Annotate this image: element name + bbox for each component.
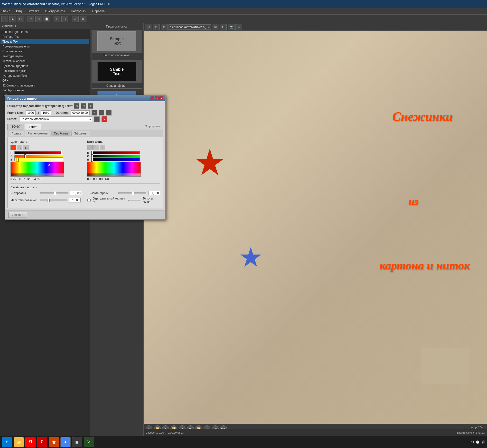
vg-frame-w[interactable]: 1920: [26, 110, 36, 115]
vg-minimize-btn[interactable]: _: [150, 96, 154, 100]
text-slider-b-thumb[interactable]: [17, 158, 19, 162]
toolbar-paste[interactable]: 📋: [43, 16, 50, 22]
vg-close-btn[interactable]: ✕: [159, 96, 163, 100]
preset-item-default[interactable]: SampleText Текст по умолчанию: [92, 30, 142, 58]
vg-subtab-effects[interactable]: Эффекты: [71, 131, 90, 136]
animate-button[interactable]: Animate: [8, 212, 27, 218]
vg-subtab-layout[interactable]: Расположение: [25, 131, 50, 136]
taskbar-vegas[interactable]: V: [84, 437, 94, 447]
lineheight-thumb[interactable]: [132, 192, 134, 195]
interval-val[interactable]: 1,000: [70, 191, 82, 195]
vg-icon-btn1[interactable]: ⊙: [74, 103, 79, 109]
text-slider-g[interactable]: [14, 155, 63, 158]
plugin-noise[interactable]: Текстура шума: [0, 54, 89, 59]
menu-tools[interactable]: Инструменты: [44, 9, 66, 13]
preview-toolbar-btn3[interactable]: ⊙: [161, 24, 168, 30]
vg-icon-btn3[interactable]: ⊞: [88, 103, 93, 109]
vg-preset-select[interactable]: Текст по умолчанию: [19, 116, 92, 122]
preview-tb-4[interactable]: ⊞: [212, 24, 219, 30]
vg-icon-a[interactable]: [99, 110, 104, 115]
preview-toolbar-btn2[interactable]: □: [153, 24, 160, 30]
toolbar-copy[interactable]: ⎘: [35, 16, 42, 22]
plugins-list[interactable]: HitFilm Light Flares ProType Titler Titl…: [0, 29, 90, 448]
taskbar-volume[interactable]: 🔊: [481, 440, 485, 444]
text-slider-g-thumb[interactable]: [24, 154, 26, 158]
scale-slider[interactable]: [40, 200, 67, 201]
plugin-scroll[interactable]: Прокручиваемые ти: [0, 44, 89, 49]
preset-item-solid[interactable]: SampleText Сплошной фон: [92, 60, 142, 89]
taskbar-flower[interactable]: ❀: [49, 437, 59, 447]
menu-help[interactable]: Справка: [91, 9, 106, 13]
preview-tb-5[interactable]: ⊟: [220, 24, 227, 30]
text-color-swap[interactable]: ⇅: [23, 145, 28, 150]
lineheight-slider[interactable]: [118, 192, 146, 194]
plugin-chess[interactable]: Шахматная доска: [0, 68, 89, 73]
render-mode-select[interactable]: Черновое (автоматически): [169, 24, 211, 30]
vg-frame-h[interactable]: 1080: [41, 110, 51, 115]
plugin-gradient[interactable]: Цветовой градиент: [0, 64, 89, 68]
preview-toolbar-btn1[interactable]: ◁: [145, 24, 152, 30]
vg-maximize-btn[interactable]: □: [155, 96, 159, 100]
preview-tb-7[interactable]: 🖥: [235, 24, 242, 30]
plugin-gpu[interactable]: GPU-ускорение: [0, 88, 89, 93]
vg-icon-btn2[interactable]: ⊟: [81, 103, 86, 109]
plugin-solid-color[interactable]: Сплошной цвет: [0, 49, 89, 54]
scale-val[interactable]: 1,000: [69, 198, 81, 202]
vg-subtab-props[interactable]: Свойства: [51, 131, 70, 136]
kerning-val[interactable]: [128, 200, 140, 201]
preview-tb-6[interactable]: 📷: [228, 24, 234, 30]
menu-insert[interactable]: Вставка: [26, 9, 41, 13]
text-color-preview[interactable]: [10, 145, 16, 150]
toolbar-btn-2[interactable]: ▶: [9, 16, 16, 22]
toolbar-btn-1[interactable]: ⊞: [1, 16, 8, 22]
taskbar-folder[interactable]: 📁: [14, 437, 24, 447]
vg-about-link[interactable]: О программе: [143, 124, 163, 130]
interval-thumb[interactable]: [54, 192, 56, 195]
text-slider-b[interactable]: [14, 158, 63, 161]
lineheight-val[interactable]: 1,000: [148, 191, 160, 195]
toolbar-cut[interactable]: ✂: [28, 16, 34, 22]
plugin-ofx[interactable]: OFX: [0, 78, 89, 83]
bg-slider-b[interactable]: [91, 158, 140, 161]
taskbar-app1[interactable]: ▣: [72, 437, 82, 447]
text-slider-r[interactable]: [14, 151, 63, 154]
plugin-hitfilm[interactable]: HitFilm Light Flares: [0, 29, 89, 34]
menu-file[interactable]: Файл: [1, 9, 12, 13]
bg-color-swap[interactable]: ⇅: [100, 145, 105, 150]
plugin-test-sample[interactable]: Тестовый образец: [0, 59, 89, 64]
bg-slider-r[interactable]: [91, 151, 140, 154]
kerning-checkbox[interactable]: [87, 199, 91, 202]
text-slider-r-thumb[interactable]: [61, 151, 63, 155]
plugin-protype[interactable]: ProType Titler: [0, 34, 89, 39]
vg-preset-save[interactable]: [94, 116, 100, 122]
vg-duration-val[interactable]: 00:00:10;00: [71, 110, 89, 115]
bg-color-gradient[interactable]: [87, 162, 141, 177]
plugin-32bit[interactable]: 32-битная плавающая т: [0, 83, 89, 88]
vg-tab-sony[interactable]: SONY.: [7, 124, 24, 130]
toolbar-cursor[interactable]: 🖊: [72, 16, 79, 22]
taskbar-yandex2[interactable]: Я: [37, 437, 47, 447]
text-color-gradient[interactable]: [10, 162, 64, 177]
vg-help-btn[interactable]: ?: [92, 110, 97, 115]
text-color-eyedrop[interactable]: 🔍: [17, 145, 22, 150]
bg-color-eyedrop[interactable]: 🔍: [94, 145, 99, 150]
toolbar-redo[interactable]: ↪: [61, 16, 68, 22]
bg-slider-b-thumb[interactable]: [91, 158, 93, 162]
taskbar-chrome[interactable]: ●: [60, 437, 71, 447]
vg-tab-text[interactable]: Текст: [25, 124, 41, 130]
plugin-legacy-text[interactable]: (устаревшее) Текст: [0, 73, 89, 78]
interval-slider[interactable]: [40, 192, 68, 194]
toolbar-undo[interactable]: ↩: [54, 16, 60, 22]
scale-thumb[interactable]: [47, 199, 50, 202]
vg-icon-b[interactable]: [106, 110, 112, 115]
toolbar-btn-3[interactable]: ⊡: [17, 16, 24, 22]
vg-subtab-edit[interactable]: Правка: [9, 131, 24, 136]
taskbar-ie[interactable]: e: [2, 437, 12, 447]
menu-view[interactable]: Вид: [15, 9, 23, 13]
vg-preset-close[interactable]: ✕: [102, 116, 107, 122]
taskbar-yandex[interactable]: Я: [25, 437, 36, 447]
bg-color-preview[interactable]: [87, 145, 93, 150]
toolbar-magnet[interactable]: ⚙: [80, 16, 86, 22]
bg-slider-g[interactable]: [91, 155, 140, 158]
plugin-titles-text[interactable]: Titles & Text: [0, 39, 89, 44]
